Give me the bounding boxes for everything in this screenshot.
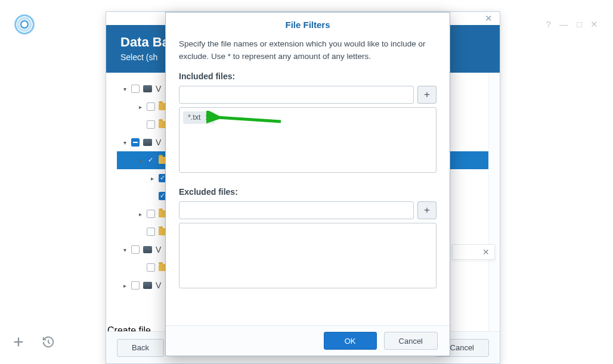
svg-line-3 [48, 343, 50, 344]
remove-tag-icon[interactable]: ✕ [205, 113, 211, 122]
checkbox[interactable] [131, 245, 140, 254]
expand-arrow-icon[interactable]: ▾ [122, 139, 128, 146]
maximize-icon[interactable]: □ [577, 19, 582, 30]
checkbox[interactable] [131, 85, 140, 93]
expand-arrow-icon[interactable]: ▾ [137, 157, 143, 164]
back-button[interactable]: Back [117, 339, 164, 357]
app-logo-icon[interactable] [14, 14, 35, 35]
history-icon[interactable] [42, 335, 55, 351]
modal-title: File Filters [166, 13, 450, 36]
modal-description: Specify the file names or extension whic… [179, 38, 436, 63]
excluded-input[interactable] [179, 201, 414, 219]
add-icon[interactable] [12, 335, 25, 351]
bottom-toolbar [12, 335, 55, 351]
expand-arrow-icon[interactable]: ▸ [137, 211, 143, 217]
checkbox[interactable] [147, 228, 155, 236]
excluded-add-button[interactable]: + [417, 201, 436, 219]
help-icon[interactable]: ? [546, 19, 551, 30]
mini-overlay: ✕ [452, 244, 495, 260]
expand-arrow-icon[interactable]: ▾ [122, 86, 128, 92]
expand-arrow-icon[interactable]: ▸ [149, 175, 155, 182]
checkbox[interactable] [147, 120, 155, 129]
included-label: Included files: [179, 71, 436, 81]
filter-tag-text: *.txt [188, 113, 201, 122]
ok-button[interactable]: OK [324, 332, 377, 350]
tree-label: V [156, 245, 161, 254]
modal-body: Specify the file names or extension whic… [166, 36, 450, 325]
outer-window-controls: ? — □ ✕ [546, 19, 598, 30]
excluded-tag-box[interactable] [179, 223, 436, 288]
minimize-icon[interactable]: — [559, 19, 568, 30]
modal-footer: OK Cancel [166, 325, 450, 356]
close-icon[interactable]: ✕ [590, 19, 598, 30]
checkbox[interactable] [147, 263, 155, 272]
checkbox[interactable] [147, 210, 155, 218]
tree-label: V [156, 84, 161, 94]
expand-arrow-icon[interactable]: ▸ [137, 104, 143, 110]
checkbox[interactable] [131, 138, 140, 147]
expand-arrow-icon[interactable]: ▸ [122, 282, 128, 289]
checkbox[interactable] [147, 156, 155, 164]
backup-scrollbar[interactable] [488, 73, 497, 335]
file-filters-modal: File Filters Specify the file names or e… [165, 12, 450, 356]
volume-icon [143, 139, 152, 146]
included-tag-box[interactable]: *.txt✕ [179, 107, 436, 173]
included-add-button[interactable]: + [417, 86, 436, 104]
tree-label: V [156, 281, 161, 290]
checkbox[interactable] [131, 281, 140, 290]
backup-close-icon[interactable]: ✕ [485, 13, 493, 24]
checkbox[interactable] [147, 102, 155, 111]
included-add-row: + [179, 86, 436, 104]
excluded-add-row: + [179, 201, 436, 219]
modal-cancel-button[interactable]: Cancel [384, 332, 438, 350]
volume-icon [143, 282, 152, 289]
excluded-label: Excluded files: [179, 187, 436, 197]
volume-icon [143, 85, 152, 92]
volume-icon [143, 246, 152, 253]
tree-label: V [156, 138, 161, 147]
included-input[interactable] [179, 86, 414, 104]
filter-tag[interactable]: *.txt✕ [183, 111, 215, 124]
expand-arrow-icon[interactable]: ▾ [122, 247, 128, 253]
mini-close-icon[interactable]: ✕ [482, 247, 490, 257]
